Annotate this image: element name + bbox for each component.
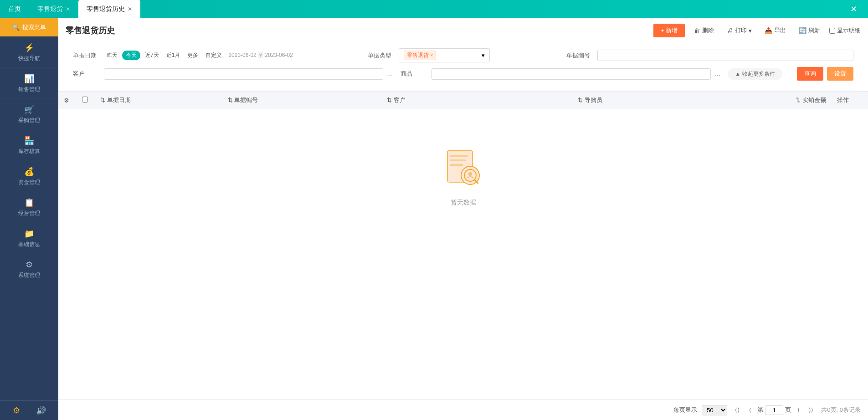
filter-type-item: 单据类型 零售退货 × ▾ <box>368 48 559 62</box>
sidebar-item-operations[interactable]: 📋 经营管理 <box>0 191 58 222</box>
tab-retail-return-history-close[interactable]: ✕ <box>128 6 132 12</box>
sidebar-item-inventory[interactable]: 🏪 库存核算 <box>0 129 58 160</box>
select-all-checkbox[interactable] <box>82 97 88 102</box>
page-prev-button[interactable]: ⟨ <box>745 405 755 415</box>
query-button[interactable]: 查询 <box>797 67 823 81</box>
date-btn-today[interactable]: 今天 <box>122 51 140 60</box>
volume-bottom-icon[interactable]: 🔊 <box>36 405 46 415</box>
filter-customer-label: 客户 <box>73 70 100 78</box>
filter-no-label: 单据编号 <box>566 51 594 60</box>
page-total: 共0页, 0条记录 <box>821 406 861 414</box>
filter-date-item: 单据日期 昨天 今天 近7天 近1月 更多 自定义 2023-06-02 至 2… <box>73 51 360 60</box>
delete-icon: 🗑 <box>694 27 700 34</box>
type-tag: 零售退货 × <box>404 51 437 60</box>
operations-icon: 📋 <box>24 198 34 208</box>
delete-button[interactable]: 🗑 删除 <box>690 25 718 36</box>
goods-browse-icon[interactable]: ... <box>714 70 720 78</box>
sidebar-search[interactable]: 🔍 搜索菜单 <box>0 18 58 36</box>
top-bar: 首页 零售退货 ✕ 零售退货历史 ✕ ✕ <box>0 0 868 18</box>
close-app-button[interactable]: ✕ <box>847 2 861 16</box>
filter-type-select[interactable]: 零售退货 × ▾ <box>399 48 490 62</box>
show-detail-checkbox-label[interactable]: 显示明细 <box>829 26 861 35</box>
page-first-button[interactable]: ⟨⟨ <box>732 405 743 415</box>
th-customer[interactable]: ⇅ 客户 <box>381 92 572 109</box>
svg-rect-3 <box>450 164 463 166</box>
tab-retail-return-close[interactable]: ✕ <box>66 6 70 12</box>
date-btn-more[interactable]: 更多 <box>185 51 201 60</box>
page-input-label: 第 <box>757 406 763 414</box>
page-label: 页 <box>785 406 791 414</box>
table-area: ⚙ ⇅ 单据日期 ⇅ 单据编号 ⇅ 客户 <box>58 92 868 400</box>
page-nav: ⟨⟨ ⟨ 第 页 ⟩ ⟩⟩ <box>732 405 817 415</box>
sidebar-item-base-info[interactable]: 📁 基础信息 <box>0 222 58 253</box>
tab-retail-return-history[interactable]: 零售退货历史 ✕ <box>78 0 140 18</box>
filter-goods-input[interactable] <box>431 68 711 80</box>
add-button[interactable]: + 新增 <box>653 24 685 37</box>
sidebar-item-quick-nav[interactable]: ⚡ 快捷导航 <box>0 36 58 67</box>
th-amount[interactable]: ⇅ 实销金额 <box>725 92 832 109</box>
th-no[interactable]: ⇅ 单据编号 <box>222 92 381 109</box>
type-tag-close[interactable]: × <box>431 53 433 58</box>
print-button[interactable]: 🖨 打印 ▾ <box>723 25 755 36</box>
th-customer-label: ⇅ 客户 <box>387 97 406 103</box>
filter-no-input[interactable] <box>597 50 854 61</box>
customer-browse-icon[interactable]: ... <box>387 70 393 78</box>
table-header-row: ⚙ ⇅ 单据日期 ⇅ 单据编号 ⇅ 客户 <box>58 92 868 109</box>
settings-bottom-icon[interactable]: ⚙ <box>13 405 20 415</box>
show-detail-checkbox[interactable] <box>829 28 835 34</box>
tab-retail-return[interactable]: 零售退货 ✕ <box>29 0 78 18</box>
svg-rect-1 <box>450 155 468 157</box>
show-detail-label: 显示明细 <box>837 26 861 35</box>
filter-row-2: 客户 ... 商品 ... ▲ 收起更多条件 <box>73 67 853 81</box>
quick-nav-icon: ⚡ <box>24 43 34 53</box>
pagination-bar: 每页显示 50 100 200 ⟨⟨ ⟨ 第 页 ⟩ ⟩⟩ 共0页, 0条记录 <box>58 400 868 420</box>
date-btn-1month[interactable]: 近1月 <box>164 51 183 60</box>
filter-goods-item: 商品 ... <box>401 68 721 80</box>
sidebar-search-label: 搜索菜单 <box>22 23 46 31</box>
collapse-button[interactable]: ▲ 收起更多条件 <box>728 68 782 80</box>
date-btn-yesterday[interactable]: 昨天 <box>104 51 120 60</box>
export-button[interactable]: 📤 导出 <box>761 25 790 36</box>
page-last-button[interactable]: ⟩⟩ <box>806 405 817 415</box>
tab-home[interactable]: 首页 <box>0 0 29 18</box>
page-next-button[interactable]: ⟩ <box>793 405 804 415</box>
sidebar-item-sys-mgmt[interactable]: ⚙ 系统管理 <box>0 253 58 284</box>
filter-no-item: 单据编号 <box>566 50 854 61</box>
filter-customer-input[interactable] <box>104 68 383 80</box>
collapse-up-icon: ▲ <box>735 71 740 77</box>
finance-icon: 💰 <box>24 167 34 177</box>
th-action-label: 操作 <box>837 97 849 103</box>
tab-retail-return-label: 零售退货 <box>37 5 63 13</box>
column-settings-icon[interactable]: ⚙ <box>64 97 69 104</box>
sidebar-item-finance[interactable]: 💰 资金管理 <box>0 160 58 191</box>
th-checkbox[interactable] <box>77 92 95 109</box>
sidebar: 🔍 搜索菜单 ⚡ 快捷导航 📊 销售管理 🛒 采购管理 🏪 库存核算 💰 资金管… <box>0 18 58 420</box>
page-size-label: 每页显示 <box>673 406 697 414</box>
tab-list: 首页 零售退货 ✕ 零售退货历史 ✕ <box>0 0 847 18</box>
page-size-select[interactable]: 50 100 200 <box>702 405 727 415</box>
type-tag-text: 零售退货 <box>407 51 429 59</box>
tab-retail-return-history-label: 零售退货历史 <box>87 5 125 13</box>
page-number-input[interactable] <box>765 405 783 415</box>
th-guide[interactable]: ⇅ 导购员 <box>572 92 700 109</box>
th-no-label: ⇅ 单据编号 <box>228 97 258 103</box>
search-icon: 🔍 <box>12 24 20 31</box>
export-icon: 📤 <box>765 27 772 34</box>
th-action: 操作 <box>832 92 868 109</box>
th-date[interactable]: ⇅ 单据日期 <box>95 92 222 109</box>
date-btn-custom[interactable]: 自定义 <box>203 51 225 60</box>
settings-button[interactable]: 设置 <box>827 67 853 81</box>
filter-customer-item: 客户 ... <box>73 68 393 80</box>
th-settings[interactable]: ⚙ <box>58 92 77 109</box>
refresh-button[interactable]: 🔄 刷新 <box>795 25 824 36</box>
sidebar-item-purchase-mgmt[interactable]: 🛒 采购管理 <box>0 98 58 129</box>
sidebar-item-sales-mgmt[interactable]: 📊 销售管理 <box>0 67 58 98</box>
date-btn-7days[interactable]: 近7天 <box>142 51 162 60</box>
print-dropdown-icon[interactable]: ▾ <box>749 27 752 34</box>
empty-icon <box>441 146 486 191</box>
page-header: 零售退货历史 + 新增 🗑 删除 🖨 打印 ▾ 📤 导出 <box>58 18 868 92</box>
refresh-icon: 🔄 <box>799 27 806 34</box>
type-select-dropdown-icon[interactable]: ▾ <box>482 52 485 59</box>
print-icon: 🖨 <box>727 27 733 34</box>
filter-area: 单据日期 昨天 今天 近7天 近1月 更多 自定义 2023-06-02 至 2… <box>66 43 861 91</box>
